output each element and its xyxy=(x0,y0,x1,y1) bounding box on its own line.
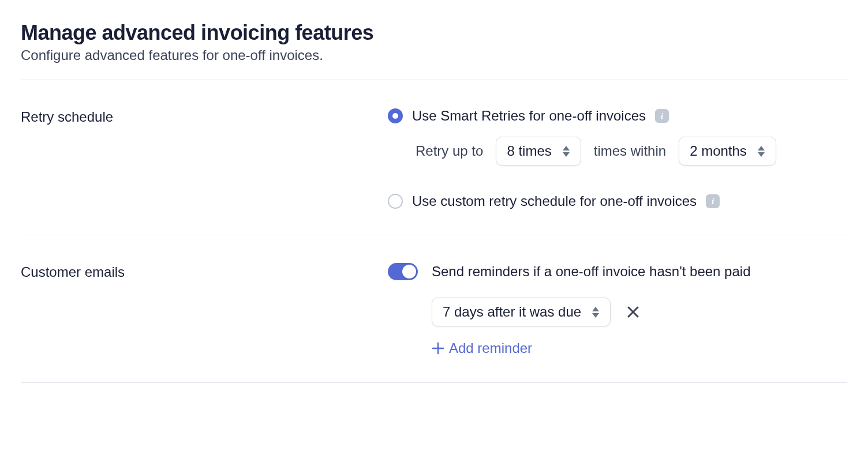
remove-reminder-button[interactable] xyxy=(627,306,639,318)
page-subtitle: Configure advanced features for one-off … xyxy=(21,47,847,63)
plus-icon xyxy=(432,342,444,355)
toggle-row-reminders: Send reminders if a one-off invoice hasn… xyxy=(388,263,847,280)
info-icon[interactable]: i xyxy=(706,194,720,208)
retry-up-to-text: Retry up to xyxy=(416,143,483,159)
stepper-icon xyxy=(592,307,600,318)
section-content-emails: Send reminders if a one-off invoice hasn… xyxy=(388,263,847,357)
times-within-text: times within xyxy=(594,143,666,159)
radio-row-custom-retry: Use custom retry schedule for one-off in… xyxy=(388,193,847,209)
retry-window-select[interactable]: 2 months xyxy=(679,137,776,165)
radio-smart-retries[interactable] xyxy=(388,108,403,123)
retry-window-value: 2 months xyxy=(690,143,747,159)
toggle-knob xyxy=(402,265,416,279)
divider xyxy=(21,382,847,383)
add-reminder-button[interactable]: Add reminder xyxy=(432,340,532,356)
add-reminder-label: Add reminder xyxy=(449,340,532,356)
radio-row-smart-retries: Use Smart Retries for one-off invoices i xyxy=(388,108,847,124)
retry-count-value: 8 times xyxy=(507,143,551,159)
section-label-emails: Customer emails xyxy=(21,263,388,357)
stepper-icon xyxy=(562,146,570,157)
toggle-send-reminders[interactable] xyxy=(388,263,418,280)
radio-label-smart-retries: Use Smart Retries for one-off invoices xyxy=(412,108,646,124)
toggle-label-reminders: Send reminders if a one-off invoice hasn… xyxy=(432,264,751,280)
retry-count-select[interactable]: 8 times xyxy=(496,137,581,165)
reminder-row: 7 days after it was due xyxy=(432,298,847,326)
section-retry-schedule: Retry schedule Use Smart Retries for one… xyxy=(21,80,847,235)
reminder-timing-select[interactable]: 7 days after it was due xyxy=(432,298,611,326)
reminder-timing-value: 7 days after it was due xyxy=(443,304,581,320)
retry-config-row: Retry up to 8 times times within 2 month… xyxy=(416,137,847,165)
section-content-retry: Use Smart Retries for one-off invoices i… xyxy=(388,108,847,209)
section-label-retry: Retry schedule xyxy=(21,108,388,209)
page-title: Manage advanced invoicing features xyxy=(21,21,847,45)
radio-label-custom-retry: Use custom retry schedule for one-off in… xyxy=(412,193,697,209)
section-customer-emails: Customer emails Send reminders if a one-… xyxy=(21,235,847,382)
radio-custom-retry[interactable] xyxy=(388,194,403,209)
stepper-icon xyxy=(757,146,765,157)
info-icon[interactable]: i xyxy=(655,109,669,123)
